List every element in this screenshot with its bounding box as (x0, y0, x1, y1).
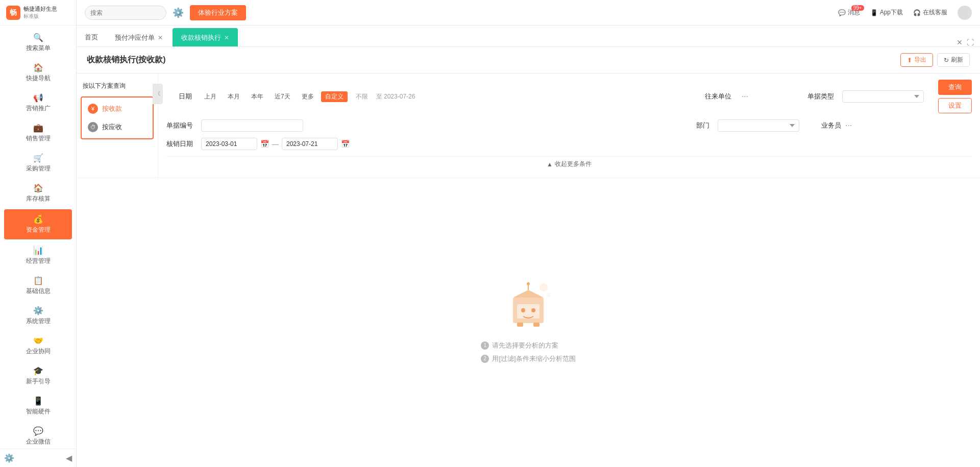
dept-select[interactable] (718, 119, 799, 132)
page-title: 收款核销执行(按收款) (87, 55, 166, 71)
tab-prepay-close[interactable]: ✕ (158, 34, 163, 41)
collapse-sidebar-icon[interactable]: ◀ (66, 453, 72, 463)
settings-icon[interactable]: ⚙️ (173, 7, 184, 18)
verify-date-start-cal-icon[interactable]: 📅 (260, 140, 269, 148)
solution-button[interactable]: 体验行业方案 (190, 5, 246, 20)
online-service-label: 在线客服 (923, 8, 947, 17)
message-action[interactable]: 💬 消息 99+ (838, 8, 860, 17)
date-last-month[interactable]: 上月 (200, 91, 220, 102)
page-header-actions: ⬆ 导出 ↻ 刷新 (900, 53, 970, 73)
filter-main: 日期 上月 本月 本年 近7天 更多 自定义 不限 至 2023-07-26 往… (158, 73, 980, 178)
sidebar-item-purchase[interactable]: 🛒 采购管理 (0, 148, 76, 178)
query-set-actions: 查询 设置 (938, 80, 972, 113)
set-button[interactable]: 设置 (938, 98, 972, 113)
sidebar-item-label: 新手引导 (26, 377, 51, 386)
logo-icon: 畅 (6, 6, 20, 20)
filter-sidebar: 按以下方案查询 ¥ 按收款 ⏱ 按应收 《 (77, 73, 158, 178)
sidebar-navigation: 🔍 搜索菜单 🏠 快捷导航 📢 营销推广 💼 销售管理 🛒 采购管理 🏠 库存核… (0, 26, 76, 449)
sidebar-item-finance[interactable]: 💰 资金管理 (4, 209, 72, 239)
svg-point-1 (547, 293, 551, 297)
query-button[interactable]: 查询 (938, 80, 972, 95)
sidebar-item-system[interactable]: ⚙️ 系统管理 (0, 301, 76, 331)
app-name: 畅捷通好生意 (23, 5, 57, 13)
svg-point-5 (531, 308, 535, 312)
message-icon: 💬 (838, 9, 846, 16)
user-avatar[interactable] (958, 6, 972, 20)
filter-sidebar-title: 按以下方案查询 (77, 80, 158, 94)
receivable-option-icon: ⏱ (88, 122, 98, 132)
export-button[interactable]: ⬆ 导出 (900, 53, 933, 67)
tab-receipt-close[interactable]: ✕ (224, 34, 229, 41)
sidebar-item-marketing[interactable]: 📢 营销推广 (0, 88, 76, 118)
receivable-option-label: 按应收 (102, 122, 122, 132)
date-this-month[interactable]: 本月 (224, 91, 244, 102)
sidebar-item-label: 销售管理 (26, 134, 51, 143)
finance-icon: 💰 (33, 214, 43, 224)
filter-row-2: 单据编号 部门 业务员 ··· (166, 119, 972, 132)
date-more[interactable]: 更多 (298, 91, 318, 102)
sidebar-item-quicknav[interactable]: 🏠 快捷导航 (0, 58, 76, 88)
tab-receipt[interactable]: 收款核销执行 ✕ (173, 28, 238, 46)
refresh-button[interactable]: ↻ 刷新 (937, 53, 970, 67)
sidebar-item-label: 快捷导航 (26, 74, 51, 83)
sidebar-item-sales[interactable]: 💼 销售管理 (0, 118, 76, 148)
tab-prepay[interactable]: 预付冲应付单 ✕ (106, 28, 172, 46)
date-7days[interactable]: 近7天 (271, 91, 295, 102)
service-icon: 🎧 (913, 9, 921, 16)
date-no-limit: 不限 (356, 92, 368, 101)
sidebar-item-collab[interactable]: 🤝 企业协同 (0, 331, 76, 361)
doc-no-input[interactable] (201, 119, 303, 132)
expand-tab-icon[interactable]: ⛶ (967, 38, 974, 46)
chevron-up-icon: ▲ (547, 161, 553, 168)
quick-nav-icon: 🏠 (33, 63, 43, 72)
sidebar-item-hardware[interactable]: 📱 智能硬件 (0, 391, 76, 421)
sidebar-item-wechat[interactable]: 💬 企业微信 (0, 421, 76, 449)
partner-label: 往来单位 (705, 92, 731, 101)
app-download-action[interactable]: 📱 App下载 (870, 8, 903, 17)
export-icon: ⬆ (907, 57, 912, 64)
tab-prepay-label: 预付冲应付单 (115, 33, 155, 42)
sidebar-item-label: 资金管理 (26, 226, 51, 234)
online-service-action[interactable]: 🎧 在线客服 (913, 8, 947, 17)
filter-sidebar-collapse[interactable]: 《 (153, 84, 163, 104)
dept-label: 部门 (684, 121, 709, 130)
tip-text-1: 请先选择要分析的方案 (492, 339, 558, 352)
receipt-option-label: 按收款 (102, 104, 122, 113)
topbar-search-input[interactable] (85, 6, 166, 20)
sidebar-item-operations[interactable]: 📊 经营管理 (0, 240, 76, 271)
sidebar-item-basics[interactable]: 📋 基础信息 (0, 271, 76, 301)
empty-illustration (498, 280, 559, 331)
collapse-more-btn[interactable]: ▲ 收起更多条件 (166, 156, 972, 171)
filter-option-by-receivable[interactable]: ⏱ 按应收 (82, 118, 153, 136)
filter-sidebar-border: ¥ 按收款 ⏱ 按应收 (81, 96, 154, 139)
verify-date-start-input[interactable] (201, 138, 257, 150)
svg-rect-3 (517, 304, 540, 318)
svg-rect-8 (517, 323, 523, 327)
inventory-icon: 🏠 (33, 183, 43, 193)
app-logo: 畅 畅捷通好生意 标准版 (0, 0, 76, 26)
doc-no-label: 单据编号 (166, 121, 193, 130)
sidebar-item-guide[interactable]: 🎓 新手引导 (0, 361, 76, 391)
tab-receipt-label: 收款核销执行 (181, 33, 221, 42)
verify-date-label: 核销日期 (166, 139, 193, 149)
empty-tips: 1 请先选择要分析的方案 2 用[过滤]条件来缩小分析范围 (481, 339, 575, 365)
tab-home[interactable]: 首页 (77, 28, 106, 46)
sidebar-item-search[interactable]: 🔍 搜索菜单 (0, 28, 76, 58)
message-badge: 99+ (851, 5, 864, 11)
close-tab-icon[interactable]: ✕ (957, 38, 963, 46)
sidebar-item-label: 基础信息 (26, 287, 51, 296)
verify-date-separator: — (272, 140, 279, 148)
date-to: 至 2023-07-26 (376, 92, 415, 101)
tabbar: 首页 预付冲应付单 ✕ 收款核销执行 ✕ ✕ ⛶ (77, 26, 980, 47)
page-header: 收款核销执行(按收款) ⬆ 导出 ↻ 刷新 (77, 47, 980, 73)
sidebar-item-label: 采购管理 (26, 164, 51, 173)
sidebar-item-inventory[interactable]: 🏠 库存核算 (0, 178, 76, 208)
date-custom-tag[interactable]: 自定义 (321, 91, 348, 102)
date-this-year[interactable]: 本年 (247, 91, 267, 102)
verify-date-end-input[interactable] (282, 138, 338, 150)
filter-option-by-receipt[interactable]: ¥ 按收款 (82, 100, 153, 118)
doc-type-select[interactable] (842, 90, 924, 103)
verify-date-end-cal-icon[interactable]: 📅 (341, 140, 350, 148)
settings-bottom-icon[interactable]: ⚙️ (4, 453, 14, 463)
sidebar-item-label: 库存核算 (26, 194, 51, 203)
